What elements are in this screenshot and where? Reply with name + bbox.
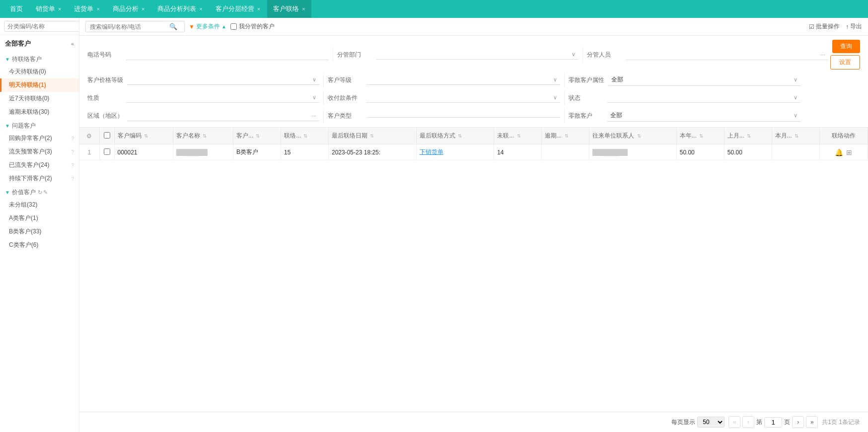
chevron-down-icon-level: ∨: [553, 76, 557, 83]
sort-icon-contact[interactable]: ⇅: [303, 133, 307, 139]
filter-status-select[interactable]: ∨: [607, 93, 800, 103]
sidebar-item-tomorrow-pending[interactable]: 明天待联络(1): [0, 78, 79, 92]
filter-dept-select[interactable]: ∨: [376, 50, 579, 60]
filter-phone-input[interactable]: [126, 50, 329, 60]
sort-icon-last-month[interactable]: ⇅: [747, 133, 751, 139]
triangle-icon-2: ▼: [5, 123, 10, 129]
row-checkbox-cell[interactable]: [99, 144, 114, 160]
filter-dept: 分管部门 ∨: [337, 47, 579, 62]
filter-region-select[interactable]: ···: [127, 111, 319, 121]
help-icon-1[interactable]: ?: [71, 136, 74, 142]
search-icon[interactable]: 🔍: [169, 23, 177, 30]
more-filters-button[interactable]: ▼ 更多条件 ▲: [189, 22, 226, 31]
chevron-down-icon-price: ∨: [312, 76, 316, 83]
col-header-this-month: 本月... ⇅: [772, 128, 819, 144]
filter-price-level-select[interactable]: ∨: [127, 75, 319, 85]
sidebar-item-today-pending[interactable]: 今天待联络(0): [0, 65, 79, 78]
more-action-icon[interactable]: ⊞: [846, 148, 852, 156]
sort-icon-last-date[interactable]: ⇅: [370, 133, 374, 139]
first-page-button[interactable]: «: [728, 416, 740, 428]
settings-button[interactable]: 设置: [830, 55, 860, 70]
checkbox-column-header[interactable]: [99, 128, 114, 144]
close-sales-order-icon[interactable]: ×: [58, 6, 61, 12]
sidebar: 🔍 全部客户 « ▼ 待联络客户 今天待联络(0) 明天待联络(1) 近7天待联…: [0, 18, 79, 432]
row-last-date: 2023-05-23 18:25:: [329, 144, 417, 160]
page-input[interactable]: [764, 417, 782, 428]
sort-icon-name[interactable]: ⇅: [203, 133, 207, 139]
nav-product-analysis-list[interactable]: 商品分析列表 ×: [151, 0, 208, 18]
filter-nature-select[interactable]: ∨: [126, 93, 319, 103]
help-icon-4[interactable]: ?: [71, 176, 74, 182]
contact-icon[interactable]: 🔔: [835, 148, 843, 156]
sort-icon-no-contact[interactable]: ⇅: [517, 133, 521, 139]
next-page-button[interactable]: ›: [792, 416, 804, 428]
filter-payment-select[interactable]: ∨: [366, 93, 560, 103]
my-customers-checkbox[interactable]: [230, 23, 237, 30]
search-input[interactable]: [90, 23, 169, 30]
close-customer-contact-icon[interactable]: ×: [302, 6, 305, 12]
chevron-down-icon-payment: ∨: [553, 94, 557, 101]
export-button[interactable]: ↑ 导出: [846, 22, 862, 31]
settings-column-header[interactable]: ⚙: [79, 128, 99, 144]
close-product-analysis-list-icon[interactable]: ×: [199, 6, 202, 12]
sidebar-group-value[interactable]: ▼ 价值客户 ↻ ✎: [0, 185, 79, 198]
sidebar-item-7days-pending[interactable]: 近7天待联络(0): [0, 92, 79, 105]
query-button[interactable]: 查询: [832, 40, 860, 53]
action-icons-container: 🔔 ⊞: [823, 148, 865, 156]
sidebar-item-unclassified[interactable]: 未分组(32): [0, 198, 79, 212]
sidebar-item-class-c[interactable]: C类客户(6): [0, 238, 79, 252]
nav-home[interactable]: 首页: [4, 0, 29, 18]
sort-icon-last-method[interactable]: ⇅: [458, 133, 462, 139]
nav-purchase-order[interactable]: 进货单 ×: [68, 0, 105, 18]
sidebar-collapse-icon[interactable]: «: [71, 41, 74, 47]
last-page-button[interactable]: »: [806, 416, 818, 428]
sort-icon-type[interactable]: ⇅: [256, 133, 260, 139]
row-contact: 15: [281, 144, 328, 160]
sort-icon-this-month[interactable]: ⇅: [795, 133, 798, 139]
sidebar-item-churned[interactable]: 已流失客户(24) ?: [0, 158, 79, 172]
sidebar-item-overdue-pending[interactable]: 逾期未联络(30): [0, 105, 79, 119]
sort-icon-partner[interactable]: ⇅: [637, 133, 641, 139]
row-last-method[interactable]: 下销货单: [416, 144, 494, 160]
help-icon-2[interactable]: ?: [71, 149, 74, 155]
prev-page-button[interactable]: ‹: [742, 416, 754, 428]
row-checkbox[interactable]: [104, 148, 110, 155]
filter-person-select[interactable]: ···: [626, 50, 828, 60]
sidebar-item-class-b[interactable]: B类客户(33): [0, 225, 79, 238]
value-group-refresh-icon[interactable]: ↻: [38, 189, 42, 196]
sidebar-item-churn-warning[interactable]: 流失预警客户(3) ?: [0, 145, 79, 158]
dots-icon-person[interactable]: ···: [820, 51, 825, 58]
sidebar-group-problem[interactable]: ▼ 问题客户: [0, 119, 79, 132]
close-purchase-order-icon[interactable]: ×: [96, 6, 99, 12]
col-header-partner: 往来单位联系人 ⇅: [589, 128, 677, 144]
close-customer-segmentation-icon[interactable]: ×: [257, 6, 260, 12]
my-customers-checkbox-label[interactable]: 我分管的客户: [230, 22, 275, 31]
nav-product-analysis[interactable]: 商品分析 ×: [107, 0, 150, 18]
filter-retail-customer-select[interactable]: 全部 ∨: [607, 110, 800, 122]
sidebar-item-abnormal-repurchase[interactable]: 回购异常客户(2) ?: [0, 132, 79, 145]
sort-icon-overdue[interactable]: ⇅: [565, 133, 569, 139]
sort-icon-code[interactable]: ⇅: [144, 133, 148, 139]
filter-customer-type-select[interactable]: [366, 114, 560, 118]
filter-retail-attr-select[interactable]: 全部 ∨: [608, 74, 800, 86]
sort-icon-this-year[interactable]: ⇅: [699, 133, 703, 139]
sidebar-group-pending[interactable]: ▼ 待联络客户: [0, 52, 79, 65]
nav-customer-segmentation[interactable]: 客户分层经营 ×: [210, 0, 266, 18]
batch-operation-button[interactable]: ☑ 批量操作: [809, 22, 840, 31]
value-group-edit-icon[interactable]: ✎: [43, 189, 48, 196]
last-method-link[interactable]: 下销货单: [420, 148, 443, 155]
nav-sales-order[interactable]: 销货单 ×: [30, 0, 67, 18]
dots-icon-region[interactable]: ···: [311, 112, 316, 119]
sidebar-all-customers[interactable]: 全部客户 «: [0, 35, 79, 52]
help-icon-3[interactable]: ?: [71, 162, 74, 168]
filter-customer-level-select[interactable]: ∨: [366, 75, 560, 85]
row-type: B类客户: [233, 144, 281, 160]
select-all-checkbox[interactable]: [104, 132, 110, 139]
sidebar-search-input[interactable]: [4, 21, 79, 32]
nav-customer-contact[interactable]: 客户联络 ×: [267, 0, 311, 18]
sidebar-item-class-a[interactable]: A类客户(1): [0, 212, 79, 225]
sidebar-item-declining[interactable]: 持续下滑客户(2) ?: [0, 172, 79, 185]
per-page-select[interactable]: 50 100 200: [697, 417, 724, 428]
chevron-down-icon-retail: ∨: [794, 76, 797, 83]
close-product-analysis-icon[interactable]: ×: [142, 6, 145, 12]
